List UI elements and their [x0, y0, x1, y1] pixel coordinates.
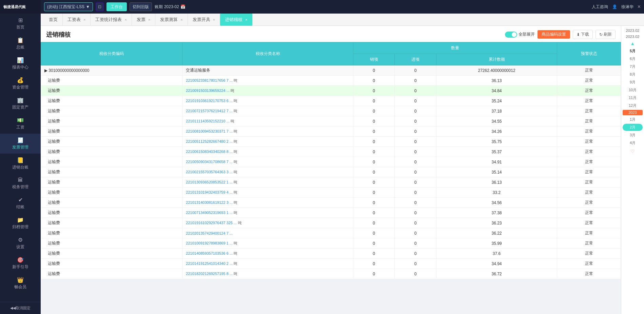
cell-sales: 0 — [353, 96, 395, 106]
table-row[interactable]: 运输费 2210100919278983869 1 ... 吨 0 0 35.9… — [41, 238, 621, 249]
copy-button[interactable]: ⊡ — [96, 2, 104, 11]
month-3[interactable]: 3月 — [623, 132, 643, 139]
refresh-button[interactable]: ↻ 刷新 — [596, 30, 616, 39]
tab-salary-stats-close[interactable]: × — [124, 18, 126, 22]
switch-button[interactable]: 切到旧版 — [130, 2, 152, 11]
table-row[interactable]: 运输费 2210191610292976437 325 ... 吨 0 0 36… — [41, 218, 621, 228]
sidebar-item-label: 畅会员 — [14, 284, 26, 290]
tab-purchase-sales-check[interactable]: 进销稽核 × — [220, 14, 252, 26]
setting-button[interactable]: 商品编码设置 — [538, 30, 570, 39]
month-9[interactable]: 9月 — [623, 79, 643, 86]
table-row[interactable]: 运输费 2210050903431708658 7 ... 吨 0 0 34.9… — [41, 157, 621, 167]
sidebar-item-purchase-sales[interactable]: 📒 进销台账 — [0, 154, 41, 174]
tab-purchase-sales-check-close[interactable]: × — [245, 18, 247, 22]
cell-cumulative: 36.23 — [436, 218, 557, 228]
tab-invoice-close[interactable]: × — [148, 18, 150, 22]
guide-icon: 🎯 — [17, 257, 24, 263]
cell-invoice: 2210140859357103536 6 ... 吨 — [182, 249, 353, 259]
month-1[interactable]: 1月 — [623, 116, 643, 123]
table-row[interactable]: ▶ 301000000000000000 交通运输服务 0 0 27262.40… — [41, 65, 621, 76]
table-row[interactable]: 运输费 2210052338178017656 7 ... 吨 0 0 36.1… — [41, 76, 621, 86]
month-11[interactable]: 11月 — [623, 94, 643, 101]
tab-salary-table-close[interactable]: × — [83, 18, 85, 22]
cell-invoice: 2210061508340340268 8 ... 吨 — [182, 147, 353, 157]
cell-purchase: 0 — [395, 116, 436, 126]
download-button[interactable]: ⬇ 下载 — [573, 30, 593, 39]
tab-salary-stats[interactable]: 工资统计报表 × — [91, 14, 132, 26]
cell-cumulative: 36.22 — [436, 228, 557, 238]
cell-purchase: 0 — [395, 269, 436, 279]
tab-salary-stats-label: 工资统计报表 — [95, 17, 122, 23]
tab-invoice-calc-close[interactable]: × — [180, 18, 182, 22]
tab-invoice[interactable]: 发票 × — [132, 14, 155, 26]
table-row[interactable]: 运输费 2210182021269257195 8 ... 吨 0 0 36.7… — [41, 269, 621, 279]
table-row[interactable]: 运输费 2210071349052319693 1 ... 吨 0 0 37.3… — [41, 208, 621, 218]
sidebar-item-reports[interactable]: 📊 报表中心 — [0, 54, 41, 74]
support-button[interactable]: 人工咨询 — [592, 4, 608, 10]
table-row[interactable]: 运输费 2210021557035764363 3 ... 吨 0 0 35.1… — [41, 167, 621, 177]
table-row[interactable]: 运输费 2210130936520853522 1 ... 吨 0 0 36.1… — [41, 177, 621, 188]
sidebar-item-salary[interactable]: 💵 工资 — [0, 114, 41, 134]
cell-sales: 0 — [353, 198, 395, 208]
sidebar-item-settlement[interactable]: ✔ 结账 — [0, 193, 41, 213]
sidebar-item-home[interactable]: ⊞ 首页 — [0, 14, 41, 34]
workbench-button[interactable]: 工作台 — [106, 2, 127, 11]
sidebar-item-tax[interactable]: 🏛 税务管理 — [0, 174, 41, 193]
cell-purchase: 0 — [395, 177, 436, 188]
table-row[interactable]: 运输费 2210061508340340268 8 ... 吨 0 0 35.3… — [41, 147, 621, 157]
table-row[interactable]: 运输费 2210141912541014340 2 ... 吨 0 0 34.9… — [41, 259, 621, 269]
cell-name: 运输费 — [41, 126, 182, 137]
month-6[interactable]: 6月 — [623, 55, 643, 62]
table-row[interactable]: 运输费 2210081009453230371 7 ... 吨 0 0 34.2… — [41, 126, 621, 137]
refresh-icon: ↻ — [599, 32, 603, 37]
cell-status: 正常 — [557, 269, 621, 279]
sidebar-item-invoice[interactable]: 🧾 发票管理 — [0, 134, 41, 154]
month-7[interactable]: 7月 — [623, 63, 643, 70]
table-row[interactable]: 运输费 2210051125282667480 2 ... 吨 0 0 35.7… — [41, 137, 621, 147]
company-name: (勿动) 江西报宝-LSS — [47, 4, 84, 10]
cell-cumulative: 34.26 — [436, 126, 557, 137]
table-row[interactable]: 运输费 2210072157376219412 7 ... 吨 0 0 37.1… — [41, 106, 621, 116]
sidebar-item-membership[interactable]: 👑 畅会员 — [0, 273, 41, 293]
cell-cumulative: 35.14 — [436, 167, 557, 177]
cell-status: 正常 — [557, 126, 621, 137]
table-row[interactable]: 运输费 2210140859357103536 6 ... 吨 0 0 37.6… — [41, 249, 621, 259]
close-button[interactable]: × — [638, 4, 641, 10]
sidebar-item-finance[interactable]: 💰 资金管理 — [0, 74, 41, 94]
cell-cumulative: 34.91 — [436, 157, 557, 167]
cell-status: 正常 — [557, 238, 621, 249]
sidebar: 畅捷通易代账 ⊞ 首页 📋 总账 📊 报表中心 💰 资金管理 🏢 固定资产 💵 … — [0, 0, 41, 314]
company-selector[interactable]: (勿动) 江西报宝-LSS ▼ — [44, 2, 93, 11]
content-main: 进销稽核 全部展开 商品编码设置 ⬇ 下载 ↻ 刷新 — [41, 26, 621, 314]
month-10[interactable]: 10月 — [623, 86, 643, 94]
cell-cumulative: 35.24 — [436, 96, 557, 106]
month-12[interactable]: 12月 — [623, 102, 643, 109]
purchase-sales-icon: 📒 — [17, 157, 24, 163]
table-row[interactable]: 运输费 2210201357429400124 7 ... 0 0 36.22 … — [41, 228, 621, 238]
nav-up-arrow[interactable]: ▲ — [623, 40, 643, 47]
cell-cumulative: 34.94 — [436, 259, 557, 269]
toggle-expand[interactable]: 全部展开 — [505, 32, 535, 38]
tab-home[interactable]: 首页 — [44, 14, 63, 26]
tab-invoice-calc[interactable]: 发票测算 × — [155, 14, 188, 26]
sidebar-item-guide[interactable]: 🎯 新手引导 — [0, 253, 41, 273]
sidebar-item-archive[interactable]: 📁 归档管理 — [0, 213, 41, 233]
cell-purchase: 0 — [395, 228, 436, 238]
table-row[interactable]: 运输费 2210131019432403759 4 ... 吨 0 0 33.2… — [41, 188, 621, 198]
month-8[interactable]: 8月 — [623, 71, 643, 78]
table-row[interactable]: 运输费 2210111143592152210 ... 吨 0 0 34.55 … — [41, 116, 621, 126]
table-row[interactable]: 运输费 2210131403081619122 3 ... 吨 0 0 34.5… — [41, 198, 621, 208]
unpin-button[interactable]: ◀◀ 取消固定 — [0, 302, 41, 314]
sidebar-item-settings[interactable]: ⚙ 设置 — [0, 233, 41, 253]
tab-invoice-issue[interactable]: 发票开具 × — [188, 14, 220, 26]
toggle-switch[interactable] — [505, 32, 517, 38]
tab-invoice-issue-close[interactable]: × — [213, 18, 215, 22]
table-row[interactable]: 运输费 2210191036192170753 6 ... 吨 0 0 35.2… — [41, 96, 621, 106]
tab-salary-table[interactable]: 工资表 × — [63, 14, 91, 26]
table-row[interactable]: 运输费 2210091503139659224 ... 吨 0 0 34.84 … — [41, 86, 621, 96]
month-2-active[interactable]: 2月 — [623, 124, 643, 131]
app-logo: 畅捷通易代账 — [0, 0, 41, 14]
sidebar-item-ledger[interactable]: 📋 总账 — [0, 34, 41, 54]
sidebar-item-assets[interactable]: 🏢 固定资产 — [0, 94, 41, 114]
month-4[interactable]: 4月 — [623, 139, 643, 146]
